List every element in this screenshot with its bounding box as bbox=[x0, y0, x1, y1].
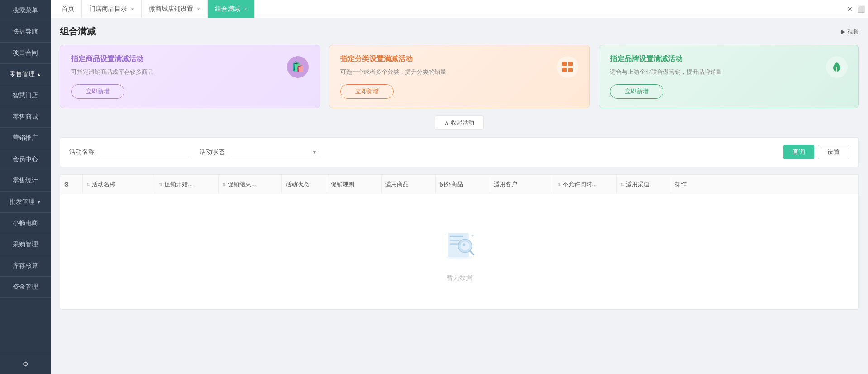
tab-wechat-shop[interactable]: 微商城店铺设置 × bbox=[142, 0, 208, 18]
th-applicable-customer: 适用客户 bbox=[490, 175, 553, 194]
activity-name-field: 活动名称 bbox=[69, 147, 189, 158]
sort-icon[interactable]: ⇅ bbox=[159, 182, 162, 187]
close-button[interactable]: ✕ bbox=[846, 5, 854, 13]
product-discount-add-button[interactable]: 立即新增 bbox=[71, 84, 124, 99]
sidebar-item-label: 零售商城 bbox=[13, 113, 38, 121]
sidebar-item-retail-mall[interactable]: 零售商城 bbox=[0, 106, 51, 128]
th-applicable-goods-label: 适用商品 bbox=[385, 180, 409, 188]
category-discount-desc: 可选一个或者多个分类，提升分类的销量 bbox=[340, 67, 578, 77]
sidebar-item-label: 会员中心 bbox=[13, 155, 38, 163]
table-header: ⚙ ⇅ 活动名称 ⇅ 促销开始... ⇅ 促销结束... 活动状态 bbox=[60, 175, 858, 194]
sidebar-item-member-center[interactable]: 会员中心 bbox=[0, 149, 51, 170]
sidebar-item-smart-store[interactable]: 智慧门店 bbox=[0, 85, 51, 106]
th-applicable-customer-label: 适用客户 bbox=[494, 180, 517, 188]
gear-icon: ⚙ bbox=[64, 181, 69, 188]
sidebar-item-quick-nav[interactable]: 快捷导航 bbox=[0, 21, 51, 43]
sidebar-item-label: 零售管理 bbox=[10, 70, 35, 78]
query-button[interactable]: 查询 bbox=[783, 145, 814, 159]
video-link[interactable]: ▶ 视频 bbox=[841, 28, 859, 36]
tab-bar-actions: ✕ ⬜ bbox=[846, 5, 864, 13]
tab-wechat-shop-close[interactable]: × bbox=[197, 6, 200, 12]
th-operation-label: 操作 bbox=[675, 180, 687, 188]
main-content: 首页 门店商品目录 × 微商城店铺设置 × 组合满减 × ✕ ⬜ 组合满减 ▶ … bbox=[51, 0, 868, 374]
activity-status-field: 活动状态 进行中 已结束 ▼ bbox=[200, 147, 319, 158]
sort-icon[interactable]: ⇅ bbox=[86, 182, 90, 187]
tab-home[interactable]: 首页 bbox=[54, 0, 82, 18]
product-discount-card-content: 指定商品设置满减活动 可指定滞销商品或库存较多商品 bbox=[71, 54, 309, 84]
sidebar-item-label: 营销推广 bbox=[13, 134, 38, 142]
th-promo-start: ⇅ 促销开始... bbox=[155, 175, 219, 194]
empty-text: 暂无数据 bbox=[447, 274, 472, 282]
settings-button[interactable]: 设置 bbox=[818, 145, 849, 159]
collapse-label: 收起活动 bbox=[451, 119, 474, 127]
sort-icon[interactable]: ⇅ bbox=[222, 182, 226, 187]
video-label: 视频 bbox=[847, 28, 859, 36]
sidebar-item-project-contract[interactable]: 项目合同 bbox=[0, 43, 51, 64]
sidebar-item-retail-stats[interactable]: 零售统计 bbox=[0, 170, 51, 192]
brand-discount-add-button[interactable]: 立即新增 bbox=[610, 84, 663, 99]
th-applicable-channel-label: 适用渠道 bbox=[626, 180, 649, 188]
brand-discount-title: 指定品牌设置满减活动 bbox=[610, 54, 848, 64]
svg-rect-3 bbox=[568, 68, 573, 72]
th-applicable-goods: 适用商品 bbox=[382, 175, 436, 194]
category-discount-card-content: 指定分类设置满减活动 可选一个或者多个分类，提升分类的销量 bbox=[340, 54, 578, 84]
sidebar-item-wholesale-mgmt[interactable]: 批发管理 ▼ bbox=[0, 192, 51, 213]
tab-combo-discount-label: 组合满减 bbox=[215, 5, 240, 13]
tab-bar: 首页 门店商品目录 × 微商城店铺设置 × 组合满减 × ✕ ⬜ bbox=[51, 0, 868, 18]
chevron-down-icon: ▼ bbox=[37, 200, 41, 205]
tab-combo-discount[interactable]: 组合满减 × bbox=[208, 0, 255, 18]
category-discount-add-button[interactable]: 立即新增 bbox=[340, 84, 394, 99]
tab-home-label: 首页 bbox=[62, 5, 74, 13]
page-header: 组合满减 ▶ 视频 bbox=[60, 25, 859, 38]
empty-illustration: ✦ • bbox=[437, 221, 482, 267]
svg-rect-7 bbox=[450, 240, 459, 241]
category-discount-card: 指定分类设置满减活动 可选一个或者多个分类，提升分类的销量 立即新增 bbox=[329, 45, 589, 108]
activity-cards: 指定商品设置满减活动 可指定滞销商品或库存较多商品 🛍️ 立即新增 指定分类设置… bbox=[60, 45, 859, 108]
tab-product-catalog-close[interactable]: × bbox=[131, 6, 134, 12]
th-settings[interactable]: ⚙ bbox=[60, 175, 83, 194]
th-excluded-goods-label: 例外商品 bbox=[439, 180, 463, 188]
sidebar-item-label: 智慧门店 bbox=[13, 91, 38, 100]
svg-point-11 bbox=[463, 243, 466, 246]
sidebar: 搜索菜单 快捷导航 项目合同 零售管理 ▲ 智慧门店 零售商城 营销推广 会员中… bbox=[0, 0, 51, 374]
collapse-bar: ∧ 收起活动 bbox=[60, 115, 859, 130]
maximize-button[interactable]: ⬜ bbox=[857, 5, 864, 13]
collapse-button[interactable]: ∧ 收起活动 bbox=[435, 115, 484, 130]
sort-icon[interactable]: ⇅ bbox=[557, 182, 561, 187]
sort-icon[interactable]: ⇅ bbox=[620, 182, 624, 187]
sidebar-item-label: 库存核算 bbox=[13, 262, 38, 270]
svg-text:•: • bbox=[445, 233, 446, 236]
product-discount-card: 指定商品设置满减活动 可指定滞销商品或库存较多商品 🛍️ 立即新增 bbox=[60, 45, 320, 108]
svg-rect-1 bbox=[568, 62, 573, 66]
brand-discount-desc: 适合与上游企业联合做营销，提升品牌销量 bbox=[610, 67, 848, 77]
sidebar-item-inventory[interactable]: 库存核算 bbox=[0, 255, 51, 277]
sidebar-settings-button[interactable]: ⚙ bbox=[0, 354, 51, 374]
sidebar-item-label: 小畅电商 bbox=[13, 219, 38, 227]
sidebar-item-xiaochang[interactable]: 小畅电商 bbox=[0, 213, 51, 234]
sidebar-item-finance[interactable]: 资金管理 bbox=[0, 277, 51, 298]
product-discount-desc: 可指定滞销商品或库存较多商品 bbox=[71, 67, 309, 77]
sidebar-item-purchase-mgmt[interactable]: 采购管理 bbox=[0, 234, 51, 255]
tab-combo-discount-close[interactable]: × bbox=[244, 6, 247, 12]
page-content: 组合满减 ▶ 视频 指定商品设置满减活动 可指定滞销商品或库存较多商品 🛍️ 立… bbox=[51, 18, 868, 374]
search-bar: 活动名称 活动状态 进行中 已结束 ▼ 查询 设置 bbox=[60, 137, 859, 167]
gear-icon: ⚙ bbox=[23, 360, 29, 368]
empty-state: ✦ • 暂无数据 bbox=[60, 194, 858, 309]
th-promo-rule: 促销规则 bbox=[327, 175, 382, 194]
activity-status-select[interactable]: 进行中 已结束 bbox=[229, 147, 319, 158]
activity-name-input[interactable] bbox=[98, 147, 189, 158]
svg-rect-2 bbox=[562, 68, 567, 72]
th-promo-start-label: 促销开始... bbox=[164, 180, 193, 188]
sidebar-item-label: 资金管理 bbox=[13, 283, 38, 291]
svg-text:✦: ✦ bbox=[471, 233, 474, 238]
tab-product-catalog[interactable]: 门店商品目录 × bbox=[82, 0, 142, 18]
sidebar-search[interactable]: 搜索菜单 bbox=[0, 0, 51, 21]
sidebar-item-marketing[interactable]: 营销推广 bbox=[0, 128, 51, 149]
tab-wechat-shop-label: 微商城店铺设置 bbox=[149, 5, 193, 13]
svg-rect-0 bbox=[562, 62, 567, 66]
leaf-icon bbox=[826, 56, 848, 78]
product-discount-title: 指定商品设置满减活动 bbox=[71, 54, 309, 64]
sidebar-item-retail-mgmt[interactable]: 零售管理 ▲ bbox=[0, 64, 51, 85]
svg-line-12 bbox=[470, 251, 473, 254]
th-activity-status: 活动状态 bbox=[282, 175, 327, 194]
